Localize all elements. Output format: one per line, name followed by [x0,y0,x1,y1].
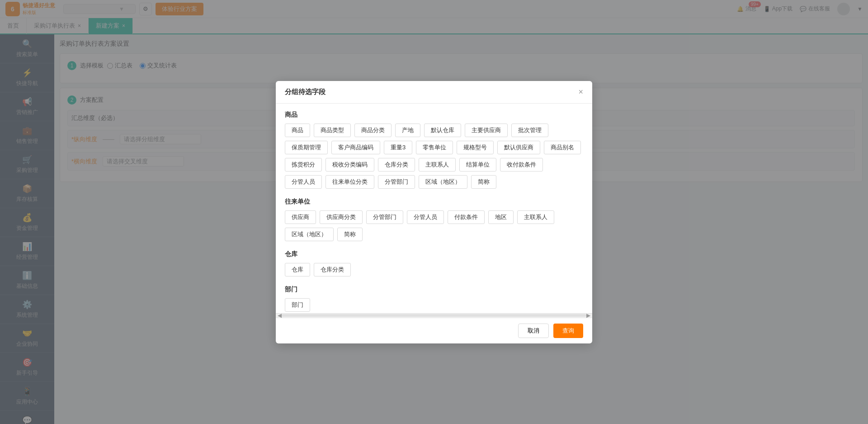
field-group-往来单位: 往来单位供应商供应商分类分管部门分管人员付款条件地区主联系人区域（地区）简称 [285,198,583,241]
field-group-商品: 商品商品商品类型商品分类产地默认仓库主要供应商批次管理保质期管理客户商品编码重量… [285,111,583,189]
field-group-部门: 部门部门 [285,286,583,312]
field-tags: 部门 [285,298,583,312]
field-tag-默认供应商[interactable]: 默认供应商 [497,141,540,154]
horizontal-scrollbar[interactable]: ◀ ▶ [276,313,592,318]
scroll-track [282,314,586,317]
field-tags: 仓库仓库分类 [285,263,583,276]
field-tag-规格型号[interactable]: 规格型号 [457,141,494,154]
field-tag-区域（地区）[interactable]: 区域（地区） [285,228,334,241]
field-tag-主联系人[interactable]: 主联系人 [517,210,554,224]
field-tag-部门[interactable]: 部门 [285,298,310,312]
modal-header: 分组待选字段 × [276,81,592,104]
confirm-button[interactable]: 查询 [553,324,583,338]
field-tag-付款条件[interactable]: 付款条件 [448,210,485,224]
scroll-left-arrow[interactable]: ◀ [278,312,282,319]
field-tag-地区[interactable]: 地区 [488,210,514,224]
field-tag-商品[interactable]: 商品 [285,124,310,137]
field-tag-收付款条件[interactable]: 收付款条件 [500,158,543,172]
field-tag-重量3[interactable]: 重量3 [384,141,412,154]
field-tag-主联系人[interactable]: 主联系人 [419,158,456,172]
field-tag-拣货积分[interactable]: 拣货积分 [285,158,322,172]
modal-overlay: 分组待选字段 × 商品商品商品类型商品分类产地默认仓库主要供应商批次管理保质期管… [0,0,868,424]
field-group-title: 仓库 [285,250,583,258]
field-tag-仓库[interactable]: 仓库 [285,263,310,276]
field-tag-税收分类编码[interactable]: 税收分类编码 [326,158,374,172]
field-tag-默认仓库[interactable]: 默认仓库 [424,124,461,137]
field-tags: 供应商供应商分类分管部门分管人员付款条件地区主联系人区域（地区）简称 [285,210,583,241]
field-tag-零售单位[interactable]: 零售单位 [416,141,453,154]
field-tag-供应商分类[interactable]: 供应商分类 [320,210,363,224]
field-tags: 商品商品类型商品分类产地默认仓库主要供应商批次管理保质期管理客户商品编码重量3零… [285,124,583,189]
field-tag-批次管理[interactable]: 批次管理 [511,124,548,137]
field-tag-简称[interactable]: 简称 [337,228,363,241]
field-tag-分管人员[interactable]: 分管人员 [407,210,444,224]
field-tag-商品分类[interactable]: 商品分类 [354,124,392,137]
field-tag-结算单位[interactable]: 结算单位 [459,158,496,172]
field-tag-区域（地区）[interactable]: 区域（地区） [419,175,467,189]
field-tag-分管人员[interactable]: 分管人员 [285,175,322,189]
field-group-仓库: 仓库仓库仓库分类 [285,250,583,276]
field-group-title: 部门 [285,286,583,294]
field-tag-保质期管理[interactable]: 保质期管理 [285,141,328,154]
field-tag-往来单位分类[interactable]: 往来单位分类 [326,175,374,189]
field-tag-仓库分类[interactable]: 仓库分类 [378,158,415,172]
field-group-title: 往来单位 [285,198,583,206]
field-tag-主要供应商[interactable]: 主要供应商 [465,124,508,137]
field-tag-供应商[interactable]: 供应商 [285,210,316,224]
modal-body: 商品商品商品类型商品分类产地默认仓库主要供应商批次管理保质期管理客户商品编码重量… [276,104,592,313]
modal-title: 分组待选字段 [285,88,326,96]
field-tag-客户商品编码[interactable]: 客户商品编码 [331,141,380,154]
scroll-right-arrow[interactable]: ▶ [586,312,590,319]
field-tag-简称[interactable]: 简称 [471,175,496,189]
field-group-title: 商品 [285,111,583,119]
field-tag-商品类型[interactable]: 商品类型 [314,124,351,137]
field-tag-产地[interactable]: 产地 [395,124,420,137]
field-tag-分管部门[interactable]: 分管部门 [366,210,403,224]
field-tag-商品别名[interactable]: 商品别名 [544,141,581,154]
modal-footer: 取消 查询 [276,318,592,343]
modal-dialog: 分组待选字段 × 商品商品商品类型商品分类产地默认仓库主要供应商批次管理保质期管… [276,81,592,343]
field-tag-仓库分类[interactable]: 仓库分类 [314,263,351,276]
field-tag-分管部门[interactable]: 分管部门 [378,175,415,189]
close-icon[interactable]: × [578,87,583,97]
cancel-button[interactable]: 取消 [518,324,549,338]
